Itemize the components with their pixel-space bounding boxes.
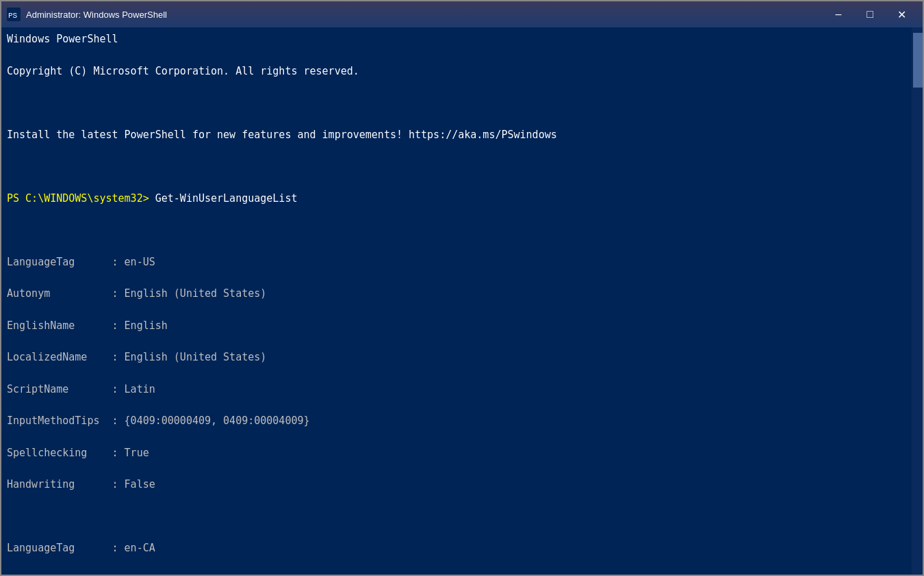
window-controls: – □ ✕ xyxy=(823,1,917,27)
titlebar: PS Administrator: Windows PowerShell – □… xyxy=(1,1,923,27)
maximize-button[interactable]: □ xyxy=(854,1,886,27)
lang2-autonym: Autonym : English (Canada) xyxy=(7,573,917,575)
lang1-handwriting: Handwriting : False xyxy=(7,477,917,493)
cmd1-line: PS C:\WINDOWS\system32> Get-WinUserLangu… xyxy=(7,191,917,207)
scrollbar-thumb[interactable] xyxy=(913,33,923,88)
lang1-inputmethod: InputMethodTips : {0409:00000409, 0409:0… xyxy=(7,413,917,429)
prompt-1: PS C:\WINDOWS\system32> xyxy=(7,192,155,205)
svg-text:PS: PS xyxy=(8,12,18,20)
scrollbar[interactable] xyxy=(912,27,923,575)
powershell-window: PS Administrator: Windows PowerShell – □… xyxy=(0,0,924,576)
terminal-content: Windows PowerShell Copyright (C) Microso… xyxy=(7,31,917,575)
lang1-tag: LanguageTag : en-US xyxy=(7,254,917,270)
terminal-body[interactable]: Windows PowerShell Copyright (C) Microso… xyxy=(1,27,923,575)
powershell-icon: PS xyxy=(7,8,21,21)
window-title: Administrator: Windows PowerShell xyxy=(26,10,823,20)
cmd1-text: Get-WinUserLanguageList xyxy=(155,192,298,205)
lang1-autonym: Autonym : English (United States) xyxy=(7,286,917,302)
intro-line-1: Windows PowerShell xyxy=(7,31,917,47)
intro-line-3: Install the latest PowerShell for new fe… xyxy=(7,127,917,143)
minimize-button[interactable]: – xyxy=(823,1,854,27)
lang1-scriptname: ScriptName : Latin xyxy=(7,382,917,397)
intro-line-2: Copyright (C) Microsoft Corporation. All… xyxy=(7,64,917,79)
lang1-localizedname: LocalizedName : English (United States) xyxy=(7,350,917,365)
lang1-englishname: EnglishName : English xyxy=(7,318,917,334)
close-button[interactable]: ✕ xyxy=(886,1,917,27)
lang1-spellchecking: Spellchecking : True xyxy=(7,445,917,461)
lang2-tag: LanguageTag : en-CA xyxy=(7,540,917,556)
